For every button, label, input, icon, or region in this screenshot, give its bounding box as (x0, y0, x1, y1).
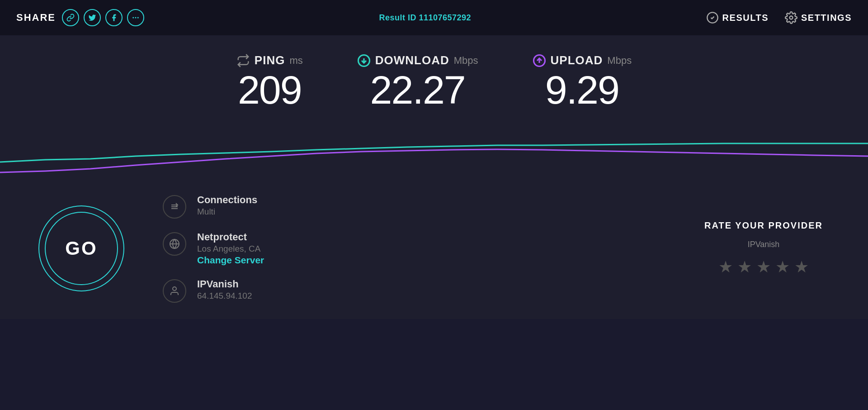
star-1[interactable]: ★ (718, 257, 733, 277)
upload-value: 9.29 (545, 70, 619, 110)
result-id: Result ID 11107657292 (379, 13, 471, 23)
social-icons (62, 9, 144, 26)
provider-ip: 64.145.94.102 (197, 291, 252, 301)
rate-title: RATE YOUR PROVIDER (704, 220, 823, 231)
go-button-label[interactable]: GO (65, 238, 97, 259)
share-label: SHARE (16, 12, 56, 24)
connections-title: Connections (197, 194, 257, 206)
svg-point-1 (135, 17, 137, 19)
right-nav: RESULTS SETTINGS (706, 11, 852, 24)
netprotect-item: Netprotect Los Angeles, CA Change Server (163, 231, 659, 266)
star-5[interactable]: ★ (794, 257, 809, 277)
provider-item: IPVanish 64.145.94.102 (163, 278, 659, 303)
twitter-icon[interactable] (84, 9, 101, 26)
download-label: DOWNLOAD (375, 53, 449, 67)
netprotect-title: Netprotect (197, 231, 264, 243)
connections-text: Connections Multi (197, 194, 257, 217)
netprotect-location: Los Angeles, CA (197, 244, 264, 254)
change-server-link[interactable]: Change Server (197, 255, 264, 266)
chart-area (0, 119, 868, 178)
ping-unit: ms (289, 55, 302, 67)
netprotect-icon (163, 232, 186, 256)
download-stat: DOWNLOAD Mbps 22.27 (357, 53, 478, 110)
provider-icon (163, 279, 186, 303)
top-bar: SHARE (0, 0, 868, 35)
connections-subtitle: Multi (197, 207, 257, 217)
link-icon[interactable] (62, 9, 79, 26)
ping-value: 209 (238, 70, 302, 110)
settings-label: SETTINGS (801, 13, 852, 23)
settings-nav[interactable]: SETTINGS (785, 11, 852, 24)
svg-point-14 (173, 287, 176, 291)
info-section: Connections Multi Netprotect Los Angeles… (154, 194, 659, 303)
svg-point-2 (137, 17, 139, 19)
upload-unit: Mbps (607, 55, 632, 67)
more-icon[interactable] (127, 9, 144, 26)
share-section: SHARE (16, 9, 144, 26)
results-label: RESULTS (722, 13, 769, 23)
ping-stat: PING ms 209 (236, 53, 303, 110)
connections-item: Connections Multi (163, 194, 659, 219)
rating-provider: IPVanish (748, 240, 780, 249)
netprotect-text: Netprotect Los Angeles, CA Change Server (197, 231, 264, 266)
svg-point-4 (789, 16, 793, 19)
results-nav[interactable]: RESULTS (706, 11, 769, 24)
ping-label: PING (255, 53, 285, 67)
download-value: 22.27 (370, 70, 465, 110)
go-button-outer[interactable]: GO (38, 205, 124, 291)
download-unit: Mbps (454, 55, 478, 67)
provider-title: IPVanish (197, 278, 252, 290)
stars-container: ★ ★ ★ ★ ★ (718, 257, 809, 277)
connections-icon (163, 195, 186, 219)
star-3[interactable]: ★ (756, 257, 771, 277)
go-button-container: GO (36, 194, 127, 303)
upload-label: UPLOAD (551, 53, 603, 67)
star-2[interactable]: ★ (737, 257, 752, 277)
go-button-inner[interactable]: GO (45, 212, 118, 285)
facebook-icon[interactable] (105, 9, 123, 26)
bottom-panel: GO Connections Multi (0, 178, 868, 319)
provider-text: IPVanish 64.145.94.102 (197, 278, 252, 301)
upload-stat: UPLOAD Mbps 9.29 (533, 53, 632, 110)
stats-row: PING ms 209 DOWNLOAD Mbps 22.27 (0, 35, 868, 119)
svg-point-0 (132, 17, 134, 19)
result-id-value: 11107657292 (419, 13, 472, 22)
star-4[interactable]: ★ (775, 257, 790, 277)
main-content: PING ms 209 DOWNLOAD Mbps 22.27 (0, 35, 868, 319)
rating-section: RATE YOUR PROVIDER IPVanish ★ ★ ★ ★ ★ (686, 194, 841, 303)
